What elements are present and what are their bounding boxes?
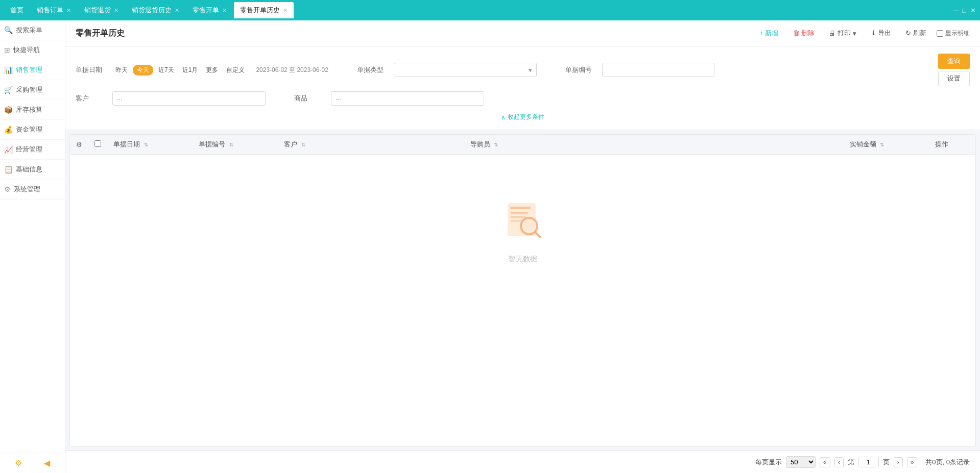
collapse-bar[interactable]: ∧ 收起更多条件 (76, 111, 970, 126)
type-filter-label: 单据类型 (357, 65, 386, 74)
tab-sales-return-history[interactable]: 销货退货历史 ✕ (126, 2, 185, 18)
next-page-btn[interactable]: › (894, 457, 903, 467)
page-title: 零售开单历史 (76, 28, 125, 45)
tab-sales-order-close[interactable]: ✕ (66, 7, 71, 14)
sidebar-item-system[interactable]: ⚙ 系统管理 (0, 180, 65, 200)
date-btn-last7[interactable]: 近7天 (155, 65, 177, 76)
sidebar-item-inventory-label: 库存核算 (16, 105, 42, 114)
sidebar-bottom: ⚙ ◀ (0, 453, 65, 473)
close-icon[interactable]: ✕ (970, 7, 976, 14)
sidebar-item-sales-mgmt-label: 销售管理 (16, 65, 42, 74)
refresh-button[interactable]: ↻ 刷新 (901, 27, 930, 40)
system-icon: ⚙ (4, 185, 11, 193)
print-button[interactable]: 🖨 打印 ▾ (825, 27, 861, 40)
tab-retail-open-history-close[interactable]: ✕ (283, 7, 288, 14)
customer-filter-input[interactable]: ··· (112, 91, 266, 106)
sidebar-item-sales-mgmt[interactable]: 📊 销售管理 (0, 60, 65, 80)
setting-button[interactable]: 设置 (938, 71, 970, 86)
goods-filter-input[interactable]: ··· (331, 91, 484, 106)
last-page-btn[interactable]: » (907, 457, 918, 467)
col-action-label: 操作 (935, 140, 948, 148)
sidebar-item-quick-nav[interactable]: ⊞ 快捷导航 (0, 40, 65, 60)
export-button[interactable]: ⤓ 导出 (867, 27, 896, 40)
tab-sales-return[interactable]: 销货退货 ✕ (78, 2, 125, 18)
date-btn-today[interactable]: 今天 (133, 65, 153, 76)
prev-page-btn[interactable]: ‹ (834, 457, 844, 467)
table-settings-icon[interactable]: ⚙ (76, 141, 82, 148)
total-info: 共0页, 0条记录 (925, 458, 970, 467)
sidebar-item-quick-nav-label: 快捷导航 (13, 45, 40, 55)
col-amount-sort-icon: ⇅ (880, 142, 884, 147)
inventory-icon: 📦 (4, 106, 13, 114)
type-filter-select[interactable]: ▾ (394, 63, 537, 77)
display-detail-checkbox-label[interactable]: 显示明细 (937, 29, 970, 38)
goods-filter-label: 商品 (294, 94, 323, 103)
tab-retail-open-history[interactable]: 零售开单历史 ✕ (234, 2, 294, 18)
col-settings[interactable]: ⚙ (70, 135, 88, 155)
svg-line-6 (535, 232, 540, 237)
col-amount[interactable] (537, 135, 844, 155)
tab-retail-open-close[interactable]: ✕ (222, 7, 227, 14)
table-head-row: ⚙ 单据日期 ⇅ 单据编号 ⇅ (70, 135, 975, 155)
tab-retail-open[interactable]: 零售开单 ✕ (186, 2, 233, 18)
date-range-display: 2023-06-02 至 2023-06-02 (256, 66, 328, 74)
query-buttons: 查询 设置 (938, 54, 970, 86)
per-page-select[interactable]: 10 20 50 100 (786, 456, 816, 468)
quick-nav-icon: ⊞ (4, 46, 10, 54)
table-body: 暂无数据 (70, 155, 975, 305)
col-customer-label: 客户 (284, 140, 297, 148)
basic-info-icon: 📋 (4, 165, 13, 173)
date-btn-yesterday[interactable]: 昨天 (112, 65, 131, 76)
data-table: ⚙ 单据日期 ⇅ 单据编号 ⇅ (70, 135, 975, 305)
sidebar-item-operations[interactable]: 📈 经营管理 (0, 140, 65, 160)
number-filter-input[interactable] (602, 63, 714, 77)
sidebar-search[interactable]: 🔍 搜索采单 (0, 20, 65, 40)
tab-sales-return-history-close[interactable]: ✕ (175, 7, 179, 14)
window-controls: ─ □ ✕ (953, 7, 976, 14)
sales-mgmt-icon: 📊 (4, 66, 13, 74)
tab-home[interactable]: 首页 (4, 2, 30, 18)
sidebar-settings-icon[interactable]: ⚙ (15, 458, 22, 468)
tab-sales-return-history-label: 销货退货历史 (132, 6, 172, 15)
col-salesperson[interactable]: 导购员 ⇅ (464, 135, 537, 155)
sidebar-item-finance-label: 资金管理 (16, 125, 42, 134)
content-area: 零售开单历史 + 新增 🗑 删除 🖨 打印 ▾ ⤓ 导出 ↻ 刷新 显示明细 单… (65, 20, 980, 473)
col-customer[interactable]: 客户 ⇅ (278, 135, 464, 155)
sidebar-collapse-icon[interactable]: ◀ (44, 458, 50, 468)
filter-area: 单据日期 昨天 今天 近7天 近1月 更多 自定义 2023-06-02 至 2… (65, 46, 980, 130)
sidebar-item-inventory[interactable]: 📦 库存核算 (0, 100, 65, 120)
collapse-arrow-icon: ∧ (501, 114, 506, 121)
sidebar-item-finance[interactable]: 💰 资金管理 (0, 120, 65, 140)
customer-ellipsis: ··· (117, 95, 123, 103)
display-detail-checkbox[interactable] (937, 30, 943, 37)
date-btn-more[interactable]: 更多 (203, 65, 221, 76)
sidebar-item-purchase-mgmt[interactable]: 🛒 采购管理 (0, 80, 65, 100)
col-checkbox[interactable] (88, 135, 107, 155)
collapse-label: 收起更多条件 (508, 113, 544, 121)
tab-sales-order[interactable]: 销售订单 ✕ (31, 2, 77, 18)
page-number-input[interactable] (858, 457, 879, 467)
col-amount-real[interactable]: 实销金额 ⇅ (844, 135, 929, 155)
col-number[interactable]: 单据编号 ⇅ (193, 135, 278, 155)
customer-filter-label: 客户 (76, 94, 104, 103)
date-btn-custom[interactable]: 自定义 (223, 65, 248, 76)
date-filter-label: 单据日期 (76, 65, 104, 74)
tab-bar: 首页 销售订单 ✕ 销货退货 ✕ 销货退货历史 ✕ 零售开单 ✕ 零售开单历史 … (0, 0, 980, 20)
tab-sales-return-close[interactable]: ✕ (114, 7, 118, 14)
delete-button[interactable]: 🗑 删除 (789, 27, 819, 40)
query-button[interactable]: 查询 (938, 54, 970, 69)
maximize-icon[interactable]: □ (962, 7, 966, 14)
first-page-btn[interactable]: « (820, 457, 830, 467)
select-all-checkbox[interactable] (94, 140, 101, 147)
col-date[interactable]: 单据日期 ⇅ (107, 135, 193, 155)
sidebar-item-basic-info[interactable]: 📋 基础信息 (0, 160, 65, 180)
sidebar: 🔍 搜索采单 ⊞ 快捷导航 📊 销售管理 🛒 采购管理 📦 库存核算 💰 资金管… (0, 20, 65, 473)
minimize-icon[interactable]: ─ (953, 7, 958, 14)
add-button[interactable]: + 新增 (755, 27, 782, 40)
empty-state-row: 暂无数据 (70, 155, 975, 305)
number-filter-label: 单据编号 (565, 65, 594, 74)
print-arrow-icon: ▾ (853, 30, 856, 37)
col-amount-label: 实销金额 (850, 140, 876, 148)
date-btn-last-month[interactable]: 近1月 (179, 65, 201, 76)
col-date-label: 单据日期 (113, 140, 140, 148)
